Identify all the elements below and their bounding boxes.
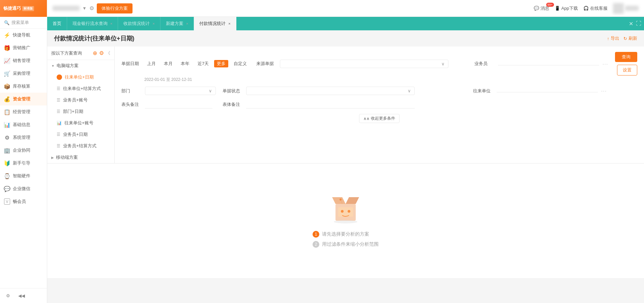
body-note-label: 表体备注: [223, 101, 243, 108]
body-note-input[interactable]: [246, 100, 415, 109]
staff-more-btn[interactable]: ···: [603, 61, 608, 66]
sidebar-item-label: 快捷导航: [13, 32, 30, 38]
scheme-collapse-icon[interactable]: 《: [106, 50, 110, 56]
date-custom[interactable]: 自定义: [231, 60, 250, 67]
tab-bank-flow-close[interactable]: ×: [110, 22, 112, 26]
filter-staff-block: 业务员 ···: [474, 61, 608, 67]
scheme-item-dept-date[interactable]: ☰ 部门+日期: [47, 106, 114, 117]
sidebar-item-sales[interactable]: 📈 销售管理: [0, 54, 47, 67]
header-note-input[interactable]: [145, 100, 212, 109]
refresh-button[interactable]: ↻ 刷新: [623, 35, 637, 41]
scheme-panel-actions: ⊕ ⚙ 《: [93, 50, 110, 56]
app-label: App下载: [561, 5, 578, 11]
tab-new-scheme-close[interactable]: ×: [186, 22, 188, 26]
sidebar-item-wechat[interactable]: 💬 企业微信: [0, 182, 47, 195]
sidebar-item-label: 资金管理: [13, 96, 30, 102]
sidebar-footer: ⚙ ◀◀: [0, 288, 47, 303]
sidebar-item-quick-nav[interactable]: ⚡ 快捷导航: [0, 29, 47, 41]
date-last-7[interactable]: 近7天: [195, 60, 211, 67]
purchase-icon: 🛒: [4, 70, 10, 77]
wechat-icon: 💬: [4, 186, 10, 192]
marketing-icon: 🎁: [4, 45, 10, 51]
logo-text: 畅捷通巧: [3, 5, 21, 11]
sidebar-collapse-btn[interactable]: ◀◀: [16, 292, 28, 300]
sidebar-item-hardware[interactable]: ⌚ 智能硬件: [0, 170, 47, 182]
tab-home[interactable]: 首页: [47, 17, 67, 30]
query-button[interactable]: 查询: [615, 52, 637, 62]
sidebar-item-inventory[interactable]: 📦 库存核算: [0, 80, 47, 93]
scheme-item-staff-date[interactable]: ☰ 业务员+日期: [47, 129, 114, 140]
filter-dept-block: 部门 ∨: [121, 87, 216, 95]
sidebar-item-label: 销售管理: [13, 58, 30, 64]
dept-label: 部门: [121, 88, 142, 94]
scheme-item-unit-account[interactable]: 📊 往来单位+账号: [47, 117, 114, 129]
export-button[interactable]: ↑ 导出: [607, 35, 620, 41]
tab-spacer: [236, 17, 626, 30]
tab-receipt-stats-close[interactable]: ×: [152, 22, 154, 26]
scheme-mobile-group-header[interactable]: ▶ 移动端方案: [47, 152, 114, 163]
collapse-button[interactable]: ∧∧ 收起更多条件: [359, 114, 400, 123]
tab-payment-stats-close[interactable]: ×: [228, 22, 230, 26]
scheme-item-unit-date[interactable]: 往来单位+日期: [47, 71, 114, 83]
sidebar-item-operations[interactable]: 📋 经营管理: [0, 105, 47, 118]
sidebar-item-label: 企业协同: [13, 147, 30, 153]
date-options: 上月 本月 本年 近7天 更多 自定义: [144, 60, 250, 67]
scheme-pc-group-header[interactable]: ▼ 电脑端方案: [47, 60, 114, 71]
sidebar-item-member[interactable]: V 畅会员: [0, 195, 47, 208]
step-2-num: 2: [313, 241, 319, 248]
messages-button[interactable]: 💬 消息 99+: [534, 5, 549, 11]
date-range-text: 2022-01-01 至 2022-12-31: [144, 77, 192, 82]
username: [625, 6, 639, 11]
svg-point-5: [348, 210, 350, 213]
tab-new-scheme[interactable]: 新建方案 ×: [160, 17, 194, 30]
topbar-gear-icon[interactable]: ⚙: [89, 5, 94, 11]
sidebar-search[interactable]: 🔍 搜索菜单: [0, 17, 47, 29]
scheme-item-staff-account[interactable]: ☰ 业务员+账号: [47, 94, 114, 106]
date-more[interactable]: 更多: [214, 60, 228, 67]
partner-input-wrapper: [497, 89, 598, 92]
system-icon: ⚙: [4, 134, 10, 141]
scheme-panel: 按以下方案查询 ⊕ ⚙ 《 ▼ 电脑端方案: [47, 47, 115, 163]
tab-payment-stats[interactable]: 付款情况统计 ×: [194, 17, 236, 30]
empty-illustration: [325, 190, 366, 224]
partner-more-btn[interactable]: ···: [601, 88, 607, 93]
sidebar-settings-btn[interactable]: ⚙: [3, 292, 13, 300]
source-select[interactable]: ∨: [280, 60, 448, 68]
service-icon: 🎧: [583, 6, 589, 11]
sidebar-item-guide[interactable]: 🔰 新手引导: [0, 157, 47, 170]
tab-receipt-stats[interactable]: 收款情况统计 ×: [118, 17, 160, 30]
tab-expand-icon[interactable]: ⛶: [636, 21, 641, 27]
app-download-button[interactable]: 📱 App下载: [555, 5, 578, 11]
sidebar-item-marketing[interactable]: 🎁 营销推广: [0, 41, 47, 54]
online-service-button[interactable]: 🎧 在线客服: [583, 5, 608, 11]
scheme-item-staff-settle[interactable]: ☰ 业务员+结算方式: [47, 140, 114, 152]
topbar-dropdown-arrow[interactable]: ▼: [82, 6, 87, 11]
sidebar-item-purchase[interactable]: 🛒 采购管理: [0, 67, 47, 80]
sidebar-item-system[interactable]: ⚙ 系统管理: [0, 131, 47, 144]
message-badge: 99+: [546, 3, 554, 7]
scheme-item-icon: [57, 74, 62, 80]
scheme-item-unit-settle[interactable]: ☰ 往来单位+结算方式: [47, 83, 114, 94]
date-this-month[interactable]: 本月: [161, 60, 175, 67]
sidebar-item-label: 经营管理: [13, 109, 30, 115]
tab-bank-flow[interactable]: 现金银行流水查询 ×: [67, 17, 118, 30]
tab-close-all-icon[interactable]: ✕: [629, 21, 633, 27]
date-last-month[interactable]: 上月: [144, 60, 158, 67]
date-this-year[interactable]: 本年: [178, 60, 192, 67]
sidebar-item-label: 采购管理: [13, 70, 30, 77]
tab-actions: ✕ ⛶: [626, 17, 644, 30]
filter-partner-block: 往来单位 ···: [473, 88, 607, 94]
sidebar-item-enterprise[interactable]: 🏢 企业协同: [0, 144, 47, 157]
dept-select[interactable]: ∨: [145, 87, 216, 95]
scheme-settings-icon[interactable]: ⚙: [99, 50, 104, 56]
sidebar-item-label: 营销推广: [13, 45, 30, 51]
sidebar-item-basic-info[interactable]: 📊 基础信息: [0, 118, 47, 131]
scheme-pc-arrow: ▼: [51, 64, 55, 68]
docstatus-select[interactable]: ∨: [246, 87, 415, 95]
trial-button[interactable]: 体验行业方案: [97, 3, 133, 13]
scheme-add-icon[interactable]: ⊕: [93, 50, 97, 56]
settings-button[interactable]: 设置: [617, 65, 637, 75]
collapse-label: 收起更多条件: [371, 116, 395, 121]
user-avatar[interactable]: [613, 3, 639, 14]
sidebar-item-finance[interactable]: 💰 资金管理: [0, 93, 47, 105]
